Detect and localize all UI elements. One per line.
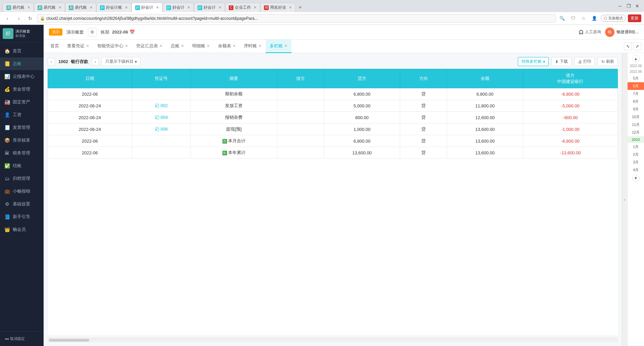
browser-tab-2[interactable]: 易 易代账 ✕: [34, 3, 65, 12]
collapse-sidebar-button[interactable]: ◂◂ 取消固定: [3, 334, 41, 343]
tab-close-9[interactable]: ✕: [289, 5, 292, 10]
timeline-month-11[interactable]: 11月: [628, 121, 644, 129]
sidebar-item-settle[interactable]: ✅ 结账: [0, 159, 44, 172]
special-multi-col-button[interactable]: 特殊多栏账 ▾: [518, 57, 549, 66]
tab-multi-column[interactable]: 多栏账 ✕: [266, 40, 291, 53]
timeline-month-3[interactable]: 3月: [628, 158, 644, 166]
timeline-month-6[interactable]: 6月: [628, 82, 644, 90]
next-account-button[interactable]: ›: [92, 58, 99, 65]
tab-close-7[interactable]: ✕: [218, 5, 221, 10]
collapse-icon-button[interactable]: ⤢: [633, 42, 641, 50]
scroll-thumb[interactable]: [49, 339, 89, 342]
sidebar-item-archive[interactable]: 🗂 归档管理: [0, 172, 44, 185]
tab-home[interactable]: 首页: [46, 40, 63, 53]
update-button[interactable]: 更新: [628, 14, 641, 22]
tab-general-ledger[interactable]: 总账 ✕: [167, 40, 188, 53]
toolbar-right: 特殊多栏账 ▾ ⬇ 下载 🖨 打印 ↻ 刷新: [518, 57, 618, 66]
browser-tab-8[interactable]: C 企业工作 ✕: [225, 3, 260, 12]
minimize-button[interactable]: ─: [616, 2, 624, 10]
sidebar-item-settings[interactable]: ⚙ 基础设置: [0, 198, 44, 210]
tab-close-5[interactable]: ✕: [156, 5, 159, 10]
sidebar-item-inventory[interactable]: 📦 库存核算: [0, 134, 44, 147]
horizontal-scrollbar[interactable]: [48, 338, 618, 342]
sidebar-item-invoice[interactable]: 🧾 发票管理: [0, 121, 44, 134]
tab-close-6[interactable]: ✕: [187, 5, 190, 10]
tab-close-2[interactable]: ✕: [58, 5, 61, 10]
browser-tab-4[interactable]: 好 好会计账 ✕: [96, 3, 131, 12]
browser-tab-7[interactable]: 好 好会计 ✕: [194, 3, 225, 12]
close-tab-general-ledger[interactable]: ✕: [181, 44, 184, 48]
sidebar-item-report[interactable]: 📊 云报表中心: [0, 70, 44, 83]
browser-tab-3[interactable]: 易 易代账 ✕: [65, 3, 96, 12]
close-tab-voucher-summary[interactable]: ✕: [159, 44, 163, 48]
tab-sequential[interactable]: 序时账 ✕: [240, 40, 266, 53]
tab-smart-voucher[interactable]: 智能凭证中心 ✕: [93, 40, 132, 53]
download-button[interactable]: ⬇ 下载: [551, 57, 572, 66]
close-tab-multi-column[interactable]: ✕: [284, 44, 287, 48]
forward-button[interactable]: ›: [14, 14, 23, 23]
ledger-toolbar: ‹ 1002 银行存款 › 只显示下级科目 ▾ 特殊多栏账: [48, 57, 618, 66]
timeline-month-9[interactable]: 9月: [628, 105, 644, 113]
voucher-link[interactable]: 记-002: [155, 103, 168, 108]
filter-subcategory-button[interactable]: 只显示下级科目 ▾: [102, 57, 141, 66]
sidebar-item-member[interactable]: 👑 畅会员: [0, 223, 44, 236]
close-tab-smart-voucher[interactable]: ✕: [125, 44, 128, 48]
close-window-button[interactable]: ✕: [633, 2, 641, 10]
browser-tab-1[interactable]: 易 易代账 ✕: [3, 3, 34, 12]
sidebar-item-tax[interactable]: 🏛 税务管理: [0, 147, 44, 159]
back-button[interactable]: ‹: [3, 14, 12, 23]
restore-button[interactable]: ❐: [625, 2, 633, 10]
sidebar-item-salary[interactable]: 👤 工资: [0, 108, 44, 121]
browser-tab-9[interactable]: 用 用友好业 ✕: [260, 3, 296, 12]
close-tab-balance[interactable]: ✕: [232, 44, 236, 48]
timeline-up-button[interactable]: ▲: [632, 55, 640, 62]
sidebar-item-fund[interactable]: 💰 资金管理: [0, 83, 44, 96]
help-button[interactable]: 🎧 人工咨询: [579, 29, 601, 35]
incognito-button[interactable]: ⬡ 无痕模式: [601, 15, 626, 22]
sidebar-item-guide[interactable]: 📘 新手引导: [0, 210, 44, 223]
cell-balance: 12,600.00: [447, 112, 523, 123]
tab-close-1[interactable]: ✕: [27, 5, 30, 10]
close-tab-detail-ledger[interactable]: ✕: [207, 44, 210, 48]
tab-detail-ledger[interactable]: 明细账 ✕: [188, 40, 214, 53]
tab-balance[interactable]: 余额表 ✕: [214, 40, 240, 53]
close-tab-view-voucher[interactable]: ✕: [86, 44, 89, 48]
shield-icon[interactable]: 🛡: [569, 14, 577, 23]
sidebar-item-ledger[interactable]: 📒 总账: [0, 57, 44, 70]
right-panel-collapse[interactable]: ›: [622, 53, 627, 346]
browser-tab-6[interactable]: 好 好会计 ✕: [163, 3, 194, 12]
voucher-link[interactable]: 记-004: [155, 115, 168, 120]
account-settings-button[interactable]: ⚙: [88, 28, 97, 37]
star-icon[interactable]: ☆: [579, 14, 588, 23]
timeline-month-1[interactable]: 1月: [628, 143, 644, 151]
calendar-icon[interactable]: 📅: [129, 30, 135, 35]
refresh-button[interactable]: ↻ 刷新: [598, 57, 618, 66]
new-tab-button[interactable]: +: [296, 3, 305, 12]
timeline-month-5[interactable]: 5月: [628, 75, 644, 82]
timeline-month-4[interactable]: 4月: [628, 166, 644, 174]
timeline-month-10[interactable]: 10月: [628, 113, 644, 121]
reload-button[interactable]: ↻: [25, 14, 35, 23]
browser-tab-5[interactable]: 好 好会计 ✕: [131, 3, 163, 12]
profile-icon[interactable]: 👤: [590, 14, 599, 23]
tab-close-8[interactable]: ✕: [254, 5, 257, 10]
search-icon[interactable]: 🔍: [558, 14, 567, 23]
prev-account-button[interactable]: ‹: [48, 58, 55, 65]
expand-icon-button[interactable]: ⤡: [624, 42, 632, 50]
timeline-month-12[interactable]: 12月: [628, 129, 644, 136]
url-input[interactable]: 🔒 cloud2.chanjet.com/accounting/uh26t264…: [37, 14, 556, 23]
timeline-month-2[interactable]: 2月: [628, 151, 644, 158]
timeline-down-button[interactable]: ▼: [632, 175, 640, 182]
tab-close-4[interactable]: ✕: [125, 5, 128, 10]
close-tab-sequential[interactable]: ✕: [258, 44, 262, 48]
sidebar-item-asset[interactable]: 🏭 固定资产: [0, 96, 44, 108]
print-button[interactable]: 🖨 打印: [574, 57, 595, 66]
voucher-link[interactable]: 记-006: [155, 127, 168, 132]
sidebar-item-home[interactable]: 🏠 首页: [0, 45, 44, 57]
tab-view-voucher[interactable]: 查看凭证 ✕: [63, 40, 93, 53]
tab-voucher-summary[interactable]: 凭证汇总表 ✕: [132, 40, 167, 53]
timeline-month-7[interactable]: 7月: [628, 90, 644, 98]
timeline-month-8[interactable]: 8月: [628, 98, 644, 105]
sidebar-item-expense[interactable]: 💼 小畅报销: [0, 185, 44, 198]
tab-close-3[interactable]: ✕: [90, 5, 93, 10]
